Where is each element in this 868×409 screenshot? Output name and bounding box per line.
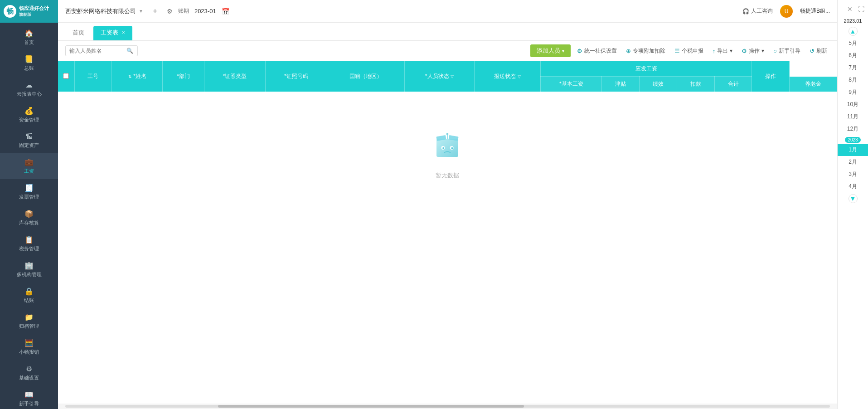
period-5[interactable]: 5月 <box>838 37 868 49</box>
operations-arrow-icon: ▾ <box>761 48 764 54</box>
sidebar-item-cloud-report[interactable]: ☁ 云报表中心 <box>0 76 58 102</box>
period-value: 2023-01 <box>194 8 216 15</box>
sidebar-label-expense: 小畅报销 <box>19 349 39 355</box>
sidebar-item-home[interactable]: 🏠 首页 <box>0 24 58 50</box>
th-allowance: 津贴 <box>602 77 640 92</box>
company-selector[interactable]: 西安虾米网络科技有限公司 ▼ <box>65 7 143 15</box>
svg-rect-0 <box>436 139 458 157</box>
multi-org-icon: 🏢 <box>24 261 34 270</box>
salary-table: 工号 ⇅ *姓名 *部门 *证照类型 *证照号码 国籍（地区） *人员状态 ▽ … <box>58 61 837 216</box>
sidebar-label-ledger: 总账 <box>24 65 34 72</box>
chevron-down-icon: ▼ <box>139 9 143 14</box>
year-badge: 2023 <box>845 137 860 143</box>
company-name: 西安虾米网络科技有限公司 <box>65 7 136 15</box>
th-dept: *部门 <box>163 61 204 92</box>
special-deduction-action[interactable]: ⊕ 专项附加扣除 <box>623 45 668 57</box>
calendar-icon[interactable]: 📅 <box>222 8 229 15</box>
topbar-right: 🎧 人工咨询 U 畅捷通B组... <box>742 5 830 18</box>
tab-home-label: 首页 <box>73 29 84 36</box>
operations-action[interactable]: ⚙ 操作 ▾ <box>739 45 767 57</box>
select-all-checkbox[interactable] <box>63 73 69 79</box>
sidebar-nav: 🏠 首页 📒 总账 ☁ 云报表中心 💰 资金管理 🏗 固定资产 💼 工资 🧾 发… <box>0 23 58 409</box>
add-person-button[interactable]: 添加人员 ▾ <box>530 44 571 57</box>
th-checkbox[interactable] <box>58 61 74 92</box>
scrollbar-track[interactable] <box>65 405 830 408</box>
funds-icon: 💰 <box>24 107 34 115</box>
period-11[interactable]: 11月 <box>838 111 868 123</box>
tax-report-label: 个税申报 <box>682 47 703 55</box>
company-settings-button[interactable]: ⚙ <box>167 8 173 15</box>
sidebar: 畅 畅应通好会计 旗舰版 🏠 首页 📒 总账 ☁ 云报表中心 💰 资金管理 🏗 … <box>0 0 58 409</box>
search-input[interactable] <box>69 48 124 54</box>
tab-home[interactable]: 首页 <box>65 26 92 40</box>
tax-report-action[interactable]: ☰ 个税申报 <box>672 45 706 57</box>
sidebar-item-salary[interactable]: 💼 工资 <box>0 153 58 179</box>
sidebar-label-funds: 资金管理 <box>19 117 39 123</box>
period-7[interactable]: 7月 <box>838 62 868 74</box>
sidebar-label-tax: 税务管理 <box>19 245 39 252</box>
name-sort-icon[interactable]: ⇅ <box>128 74 132 79</box>
svg-point-5 <box>442 147 444 149</box>
sidebar-label-settings: 基础设置 <box>19 375 39 381</box>
toolbar-right: 添加人员 ▾ ⚙ 统一社保设置 ⊕ 专项附加扣除 ☰ 个税申报 ↑ 导出 <box>530 44 830 57</box>
th-nation: 国籍（地区） <box>327 61 404 92</box>
period-3[interactable]: 3月 <box>838 168 868 180</box>
sidebar-label-multi-org: 多机构管理 <box>17 271 42 278</box>
tab-salary[interactable]: 工资表 × <box>93 26 132 40</box>
cloud-icon: ☁ <box>25 81 33 89</box>
period-12[interactable]: 12月 <box>838 123 868 135</box>
svg-point-6 <box>451 147 453 149</box>
export-action[interactable]: ↑ 导出 ▾ <box>710 45 736 57</box>
operations-label: 操作 <box>749 47 760 55</box>
sidebar-item-expense[interactable]: 🧮 小畅报销 <box>0 334 58 360</box>
period-2[interactable]: 2月 <box>838 156 868 168</box>
period-10[interactable]: 10月 <box>838 98 868 111</box>
social-security-action[interactable]: ⚙ 统一社保设置 <box>574 45 620 57</box>
assets-icon: 🏗 <box>25 132 33 141</box>
scroll-up-arrow[interactable]: ▲ <box>849 27 858 36</box>
close-panel-button[interactable]: ✕ <box>845 5 854 14</box>
sidebar-item-funds[interactable]: 💰 资金管理 <box>0 102 58 128</box>
inventory-icon: 📦 <box>24 209 34 218</box>
period-label: 账期 <box>178 7 189 15</box>
app-subtitle: 旗舰版 <box>19 12 49 18</box>
salary-toolbar: 🔍 添加人员 ▾ ⚙ 统一社保设置 ⊕ 专项附加扣除 ☰ 个税申报 <box>58 41 837 61</box>
sidebar-label-cloud: 云报表中心 <box>17 91 42 97</box>
add-company-button[interactable]: ＋ <box>149 5 161 17</box>
service-label: 人工咨询 <box>751 7 773 15</box>
sidebar-item-close-books[interactable]: 🔒 结账 <box>0 282 58 308</box>
sidebar-item-tax[interactable]: 📋 税务管理 <box>0 231 58 257</box>
settings-icon: ⚙ <box>26 365 32 373</box>
th-pension: 养老金 <box>790 77 837 92</box>
sidebar-item-ledger[interactable]: 📒 总账 <box>0 50 58 76</box>
report-filter-icon[interactable]: ▽ <box>518 74 521 79</box>
new-guide-action[interactable]: ○ 新手引导 <box>771 45 803 57</box>
sidebar-item-multi-org[interactable]: 🏢 多机构管理 <box>0 257 58 282</box>
tax-report-icon: ☰ <box>674 48 680 54</box>
expand-panel-button[interactable]: ⛶ <box>856 5 866 14</box>
sidebar-label-assets: 固定资产 <box>19 142 39 149</box>
sidebar-item-archive[interactable]: 📁 归档管理 <box>0 308 58 334</box>
logo-icon: 畅 <box>4 5 16 18</box>
status-filter-icon[interactable]: ▽ <box>451 74 454 79</box>
sidebar-item-inventory[interactable]: 📦 库存核算 <box>0 205 58 231</box>
period-1-active[interactable]: 1月 <box>838 144 868 156</box>
deduction-icon: ⊕ <box>626 48 631 54</box>
period-9[interactable]: 9月 <box>838 86 868 98</box>
th-id-type: *证照类型 <box>204 61 265 92</box>
scroll-down-arrow[interactable]: ▼ <box>849 194 858 203</box>
period-8[interactable]: 8月 <box>838 74 868 86</box>
tab-close-salary[interactable]: × <box>122 29 125 36</box>
period-6[interactable]: 6月 <box>838 49 868 62</box>
service-button[interactable]: 🎧 人工咨询 <box>742 7 773 15</box>
sidebar-item-invoice[interactable]: 🧾 发票管理 <box>0 179 58 205</box>
refresh-action[interactable]: ↺ 刷新 <box>807 45 830 57</box>
sidebar-item-assets[interactable]: 🏗 固定资产 <box>0 128 58 153</box>
user-name: 畅捷通B组... <box>800 7 830 15</box>
sidebar-item-settings[interactable]: ⚙ 基础设置 <box>0 360 58 386</box>
sidebar-item-guide[interactable]: 📖 新手引导 <box>0 386 58 409</box>
user-avatar: U <box>780 5 793 18</box>
th-name: ⇅ *姓名 <box>112 61 163 92</box>
period-4[interactable]: 4月 <box>838 180 868 193</box>
empty-state: 暂无数据 <box>58 92 837 216</box>
